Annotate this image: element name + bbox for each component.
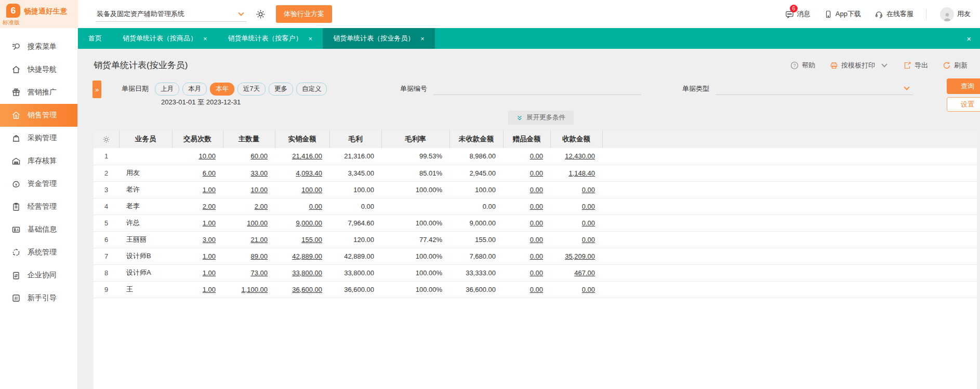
cell-qty-link[interactable]: 21.00 [250, 236, 268, 244]
cell-trades-link[interactable]: 1.00 [203, 252, 216, 260]
cell-qty-link[interactable]: 73.00 [250, 269, 268, 277]
cell-sales-link[interactable]: 4,093.40 [296, 169, 322, 177]
date-option-this-month[interactable]: 本月 [182, 83, 207, 96]
cell-trades-link[interactable]: 1.00 [203, 219, 216, 227]
date-option-custom[interactable]: 自定义 [296, 83, 327, 96]
sidebar-item-collaboration[interactable]: 企业协同 [0, 264, 77, 287]
cell-received-link[interactable]: 0.00 [582, 186, 595, 194]
cell-gift-link[interactable]: 0.00 [530, 203, 543, 210]
cell-sales-link[interactable]: 42,889.00 [292, 252, 322, 260]
cell-trades-link[interactable]: 6.00 [203, 169, 216, 177]
close-icon[interactable]: × [203, 35, 207, 43]
cell-received-link[interactable]: 35,209.00 [565, 252, 595, 260]
date-option-last-month[interactable]: 上月 [155, 83, 179, 96]
cell-trades-link[interactable]: 10.00 [198, 152, 216, 160]
sidebar-item-base-info[interactable]: A 基础信息 [0, 218, 77, 241]
cell-received-link[interactable]: 0.00 [582, 219, 595, 227]
cell-trades-link[interactable]: 1.00 [203, 186, 216, 194]
sidebar-item-operations[interactable]: 经营管理 [0, 195, 77, 218]
cell-sales-link[interactable]: 36,600.00 [292, 286, 322, 293]
cell-trades-link[interactable]: 1.00 [203, 269, 216, 277]
cell-received-link[interactable]: 0.00 [582, 203, 595, 210]
search-button[interactable]: 查询 [947, 78, 980, 94]
row-number: 3 [94, 181, 119, 198]
settings-button[interactable]: 设置 [947, 97, 980, 112]
cell-trades-link[interactable]: 1.00 [203, 286, 216, 293]
cell-gift-link[interactable]: 0.00 [530, 286, 543, 293]
cell-received-link[interactable]: 0.00 [582, 236, 595, 244]
close-icon[interactable]: × [420, 35, 425, 43]
tab-home[interactable]: 首页 [78, 28, 112, 49]
tab-report-by-salesperson[interactable]: 销货单统计表（按业务员） × [323, 28, 435, 49]
cell-gift-link[interactable]: 0.00 [530, 152, 543, 160]
cell-sales-link[interactable]: 155.00 [301, 236, 322, 244]
cell-qty-link[interactable]: 33.00 [250, 169, 268, 177]
messages-button[interactable]: 消息 6 [785, 9, 811, 19]
export-button[interactable]: 导出 [903, 61, 928, 70]
close-all-tabs-button[interactable]: × [958, 28, 980, 49]
sidebar-item-funds[interactable]: ¥ 资金管理 [0, 172, 77, 195]
cell-received-link[interactable]: 467.00 [574, 269, 595, 277]
sidebar-item-marketing[interactable]: 营销推广 [0, 81, 77, 104]
trial-solution-button[interactable]: 体验行业方案 [276, 5, 332, 23]
online-support-button[interactable]: 在线客服 [875, 9, 913, 19]
column-header-qty[interactable]: 主数量 [223, 130, 275, 148]
cell-received-link[interactable]: 1,148.40 [568, 169, 595, 177]
system-select[interactable]: 装备及固定资产辅助管理系统 [96, 7, 246, 22]
cell-qty-link[interactable]: 60.00 [250, 152, 268, 160]
column-header-gross-profit[interactable]: 毛利 [329, 130, 381, 148]
tab-report-by-customer[interactable]: 销货单统计表（按客户） × [218, 28, 323, 49]
date-option-this-year[interactable]: 本年 [210, 83, 234, 96]
tab-report-by-product[interactable]: 销货单统计表（按商品） × [112, 28, 218, 49]
cell-received-link[interactable]: 0.00 [582, 286, 595, 293]
cell-qty-link[interactable]: 2.00 [255, 203, 268, 210]
help-button[interactable]: ? 帮助 [790, 61, 815, 70]
column-header-salesperson[interactable]: 业务员 [119, 130, 172, 148]
date-option-more[interactable]: 更多 [269, 83, 293, 96]
cell-qty-link[interactable]: 1,100.00 [241, 286, 268, 293]
sidebar-item-newbie-guide[interactable]: 新 新手引导 [0, 287, 77, 310]
column-header-gift-amount[interactable]: 赠品金额 [503, 130, 550, 148]
app-download-button[interactable]: App下载 [824, 9, 861, 19]
cell-sales-link[interactable]: 21,416.00 [292, 152, 322, 160]
cell-gift-link[interactable]: 0.00 [530, 236, 543, 244]
doc-no-input[interactable] [433, 83, 641, 95]
cell-received-link[interactable]: 12,430.00 [565, 152, 595, 160]
column-header-received[interactable]: 收款金额 [550, 130, 602, 148]
column-header-trades[interactable]: 交易次数 [172, 130, 223, 148]
print-by-template-button[interactable]: 按模板打印 [830, 61, 889, 70]
doc-type-select[interactable] [716, 83, 913, 95]
cell-gift-link[interactable]: 0.00 [530, 219, 543, 227]
cell-qty-link[interactable]: 89.00 [250, 252, 268, 260]
cell-gift-link[interactable]: 0.00 [530, 269, 543, 277]
column-header-unpaid[interactable]: 未收款金额 [449, 130, 503, 148]
cell-qty-link[interactable]: 10.00 [250, 186, 268, 194]
column-header-margin[interactable]: 毛利率 [381, 130, 449, 148]
sidebar-item-inventory[interactable]: 库存核算 [0, 150, 77, 172]
sidebar-item-system[interactable]: 系统管理 [0, 241, 77, 264]
cell-trades-link[interactable]: 3.00 [203, 236, 216, 244]
cell-sales-link[interactable]: 9,000.00 [296, 219, 322, 227]
settings-gear-icon[interactable] [256, 9, 266, 19]
sidebar-item-quick-nav[interactable]: 快捷导航 [0, 58, 77, 81]
cell-sales-link[interactable]: 0.00 [309, 203, 322, 210]
sidebar-item-sales[interactable]: $ 销售管理 [0, 104, 77, 127]
cell-sales-link[interactable]: 33,800.00 [292, 269, 322, 277]
cell-gift-link[interactable]: 0.00 [530, 186, 543, 194]
column-settings-button[interactable] [94, 130, 119, 148]
collapse-filter-button[interactable]: » [92, 81, 101, 98]
cell-gift-link[interactable]: 0.00 [530, 252, 543, 260]
column-header-sales-amount[interactable]: 实销金额 [275, 130, 329, 148]
refresh-button[interactable]: 刷新 [943, 61, 968, 70]
sidebar-item-purchasing[interactable]: 采购管理 [0, 127, 77, 150]
date-option-last-7-days[interactable]: 近7天 [237, 83, 266, 96]
cell-gift-link[interactable]: 0.00 [530, 169, 543, 177]
close-icon[interactable]: × [309, 35, 313, 43]
sidebar-item-search-menu[interactable]: 搜索菜单 [0, 35, 77, 58]
cell-sales-link[interactable]: 100.00 [301, 186, 322, 194]
expand-more-conditions[interactable]: 展开更多条件 [508, 111, 574, 125]
cell-qty-link[interactable]: 100.00 [247, 219, 268, 227]
cell-trades-link[interactable]: 2.00 [203, 203, 216, 210]
user-menu[interactable]: 用友 [940, 7, 971, 21]
date-range-value[interactable]: 2023-01-01 至 2023-12-31 [155, 98, 327, 107]
